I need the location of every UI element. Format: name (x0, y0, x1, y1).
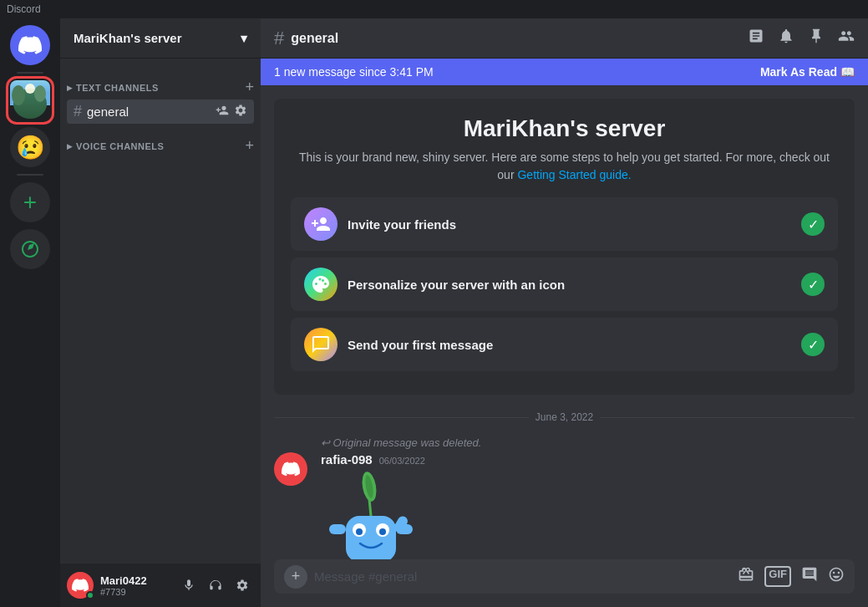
task-personalize-label: Personalize your server with an icon (348, 278, 791, 292)
svg-point-3 (34, 85, 46, 102)
pin-icon[interactable] (808, 28, 825, 48)
date-separator: June 3, 2022 (274, 411, 855, 423)
plus-icon: + (23, 189, 37, 216)
message-row: rafia-098 06/03/2022 (274, 452, 855, 559)
sidebar-separator-2 (17, 174, 43, 176)
task-invite-friends[interactable]: Invite your friends ✓ (291, 197, 838, 251)
category-arrow: ▶ (67, 84, 73, 92)
add-text-channel-button[interactable]: + (245, 79, 254, 96)
microphone-button[interactable] (177, 574, 201, 597)
getting-started-server-title: MariKhan's server (291, 115, 838, 142)
channel-hash-icon: # (74, 103, 82, 120)
task-invite-icon (304, 207, 338, 241)
server-icon-emoji[interactable]: 😢 (10, 127, 50, 167)
channel-name-label: general (87, 105, 129, 119)
message-sticker (321, 470, 855, 559)
chat-messages: MariKhan's server This is your brand new… (261, 85, 868, 559)
getting-started-card: MariKhan's server This is your brand new… (274, 99, 855, 395)
channel-list: ▶ Text Channels + # general (60, 59, 261, 564)
headset-button[interactable] (204, 574, 227, 597)
task-first-message[interactable]: Send your first message ✓ (291, 318, 838, 371)
new-message-banner: 1 new message since 3:41 PM Mark As Read… (261, 59, 868, 85)
gift-icon[interactable] (738, 566, 754, 587)
svg-point-2 (12, 85, 25, 105)
emoji-icon[interactable] (828, 566, 845, 587)
voice-category-arrow: ▶ (67, 142, 73, 150)
deleted-notice: ↩ Original message was deleted. (321, 436, 855, 449)
date-label: June 3, 2022 (536, 411, 593, 423)
mark-read-icon: 📖 (840, 65, 855, 79)
user-settings-button[interactable] (231, 574, 254, 597)
server-name-bar[interactable]: MariKhan's server ▾ (60, 18, 261, 59)
settings-icon[interactable] (234, 104, 247, 120)
add-voice-channel-button[interactable]: + (245, 137, 254, 155)
user-info: Mari0422 #7739 (100, 574, 170, 597)
task-message-label: Send your first message (348, 338, 791, 352)
new-message-text: 1 new message since 3:41 PM (274, 65, 434, 79)
message-username: rafia-098 (321, 452, 373, 467)
chat-input-actions: GIF (738, 566, 845, 587)
sticker-icon[interactable] (801, 566, 818, 587)
text-channels-category[interactable]: ▶ Text Channels + (60, 65, 261, 99)
server-sidebar: 😢 + (0, 18, 60, 607)
message-timestamp: 06/03/2022 (379, 456, 425, 466)
app-title: Discord (7, 3, 41, 15)
svg-point-12 (379, 528, 386, 535)
channel-hash-header: # (274, 28, 284, 49)
message-header: rafia-098 06/03/2022 (321, 452, 855, 467)
svg-rect-8 (346, 516, 396, 559)
bell-icon[interactable] (778, 28, 794, 48)
server-name-label: MariKhan's server (74, 31, 181, 45)
channel-actions (216, 104, 247, 120)
voice-channels-category[interactable]: ▶ Voice Channels + (60, 124, 261, 158)
task-invite-check: ✓ (801, 212, 825, 236)
svg-rect-13 (329, 524, 346, 534)
getting-started-subtitle: This is your brand new, shiny server. He… (291, 149, 838, 184)
invite-icon[interactable] (216, 104, 229, 120)
channel-item-general[interactable]: # general (67, 99, 254, 124)
channel-header-name: general (291, 31, 338, 46)
emoji-icon: 😢 (16, 134, 45, 161)
add-server-button[interactable]: + (10, 182, 50, 222)
compass-icon (20, 239, 40, 259)
user-avatar (67, 572, 94, 599)
chat-area: # general 1 new message since 3:41 PM (261, 18, 868, 607)
chat-input-box: + GIF (274, 559, 855, 594)
task-personalize-check: ✓ (801, 273, 825, 296)
chat-input-area: + GIF (261, 559, 868, 607)
mark-as-read-label: Mark As Read (760, 65, 837, 79)
svg-line-7 (369, 499, 371, 516)
getting-started-link[interactable]: Getting Started guide. (517, 168, 631, 181)
user-panel: Mari0422 #7739 (60, 564, 261, 607)
task-personalize-icon (304, 268, 338, 301)
bot-sticker-svg (321, 470, 421, 559)
chat-input[interactable] (314, 559, 731, 594)
task-personalize[interactable]: Personalize your server with an icon ✓ (291, 258, 838, 311)
server-icon-home[interactable] (10, 25, 50, 65)
chevron-down-icon: ▾ (241, 31, 247, 46)
chat-add-button[interactable]: + (284, 565, 307, 589)
message-group: ↩ Original message was deleted. rafia-09… (274, 436, 855, 559)
main-layout: 😢 + MariKhan's server ▾ ▶ Text Channels (0, 18, 868, 607)
explore-servers-button[interactable] (10, 229, 50, 269)
task-invite-label: Invite your friends (348, 217, 791, 232)
chat-header: # general (261, 18, 868, 59)
marikhan-icon-svg (10, 80, 50, 120)
message-avatar (274, 452, 307, 486)
title-bar: Discord (0, 0, 868, 18)
username-label: Mari0422 (100, 574, 170, 587)
server-icon-marikhan[interactable] (10, 80, 50, 120)
user-status-indicator (86, 591, 94, 599)
members-icon[interactable] (838, 28, 855, 48)
text-channels-label: Text Channels (76, 83, 159, 93)
threads-icon[interactable] (748, 28, 764, 48)
user-tag-label: #7739 (100, 587, 170, 597)
voice-channels-label: Voice Channels (76, 141, 164, 151)
task-message-icon (304, 328, 338, 361)
svg-point-4 (25, 84, 35, 94)
chat-header-actions (748, 28, 855, 48)
mark-as-read-button[interactable]: Mark As Read 📖 (760, 65, 855, 79)
sidebar-separator (17, 72, 43, 74)
gif-icon[interactable]: GIF (764, 566, 791, 587)
message-content: rafia-098 06/03/2022 (321, 452, 855, 559)
